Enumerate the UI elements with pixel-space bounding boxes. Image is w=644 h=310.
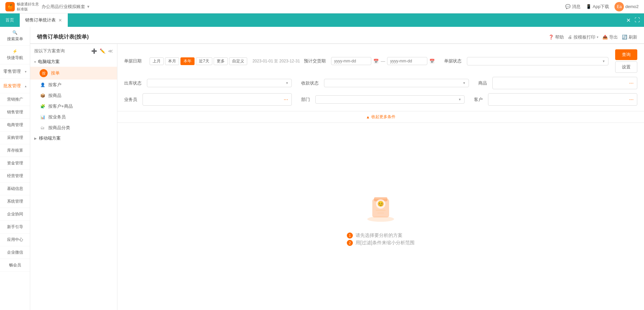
- scheme-按单[interactable]: 按 按单: [30, 67, 117, 80]
- salesman-more-icon[interactable]: ···: [284, 97, 288, 103]
- sidebar-item-fund-mgmt[interactable]: 资金管理: [0, 157, 30, 170]
- sidebar-item-sales-mgmt[interactable]: 销售管理: [0, 106, 30, 119]
- scheme-person-box-icon: 🧩: [40, 103, 46, 109]
- btn-7days[interactable]: 近7天: [196, 57, 212, 65]
- bill-status-select[interactable]: ▾: [467, 57, 608, 65]
- btn-this-month[interactable]: 本月: [165, 57, 179, 65]
- sidebar-membership-label: 畅会员: [9, 262, 21, 268]
- salesman-input[interactable]: [146, 95, 284, 104]
- btn-custom[interactable]: 自定义: [229, 57, 247, 65]
- sidebar-item-wechat-work[interactable]: 企业微信: [0, 246, 30, 259]
- scheme-按商品[interactable]: 📦 按商品: [30, 90, 117, 101]
- message-label: 消息: [572, 4, 581, 10]
- sidebar-ecom-label: 电商管理: [7, 122, 23, 128]
- date-range-display: 2023-01-01 至 2023-12-31: [253, 58, 300, 64]
- filter-row-1: 单据日期 上月 本月 本年 近7天 更多 自定义 2023-01-01 至 20…: [124, 49, 637, 73]
- expected-date-group: 📅 — 📅: [331, 57, 435, 65]
- date-separator: —: [381, 59, 385, 64]
- tab-close-icon[interactable]: ✕: [58, 18, 62, 23]
- user-area[interactable]: Ea demo2: [614, 2, 639, 11]
- expected-date-label: 预计交货期: [304, 58, 326, 64]
- export-button[interactable]: 📤 导出: [602, 34, 618, 40]
- app-download-action[interactable]: 📱 App下载: [586, 4, 609, 10]
- filter-area: 单据日期 上月 本月 本年 近7天 更多 自定义 2023-01-01 至 20…: [117, 44, 644, 111]
- sidebar-item-operation-mgmt[interactable]: 经营管理: [0, 170, 30, 183]
- mobile-group-title[interactable]: ▶ 移动端方案: [30, 133, 117, 143]
- empty-illustration: 😊: [361, 186, 401, 226]
- edit-scheme-icon[interactable]: ✏️: [100, 48, 105, 54]
- message-action[interactable]: 💬 消息: [565, 4, 581, 10]
- export-label: 导出: [609, 34, 618, 40]
- sidebar-item-ecom-mgmt[interactable]: 电商管理: [0, 119, 30, 132]
- left-panel-title: 按以下方案查询: [34, 48, 65, 54]
- tab-home-label: 首页: [5, 17, 14, 23]
- sidebar-item-enterprise-collab[interactable]: 企业协同: [0, 208, 30, 221]
- sidebar-sales-label: 销售管理: [7, 109, 23, 115]
- tab-fullscreen-icon[interactable]: ⛶: [635, 17, 640, 23]
- customer-more-icon[interactable]: ···: [629, 97, 634, 103]
- expected-date-to[interactable]: [387, 57, 427, 65]
- add-scheme-icon[interactable]: ➕: [91, 48, 97, 54]
- tab-home[interactable]: 首页: [0, 13, 20, 27]
- date-quick-btns: 上月 本月 本年 近7天 更多 自定义: [150, 57, 247, 65]
- sidebar-item-system-mgmt[interactable]: 系统管理: [0, 195, 30, 208]
- sidebar-item-purchase-mgmt[interactable]: 采购管理: [0, 132, 30, 144]
- scheme-grid-icon: 🗂: [40, 125, 46, 131]
- sidebar-item-inventory[interactable]: 库存核算: [0, 144, 30, 157]
- filter-row-3: 业务员 ··· 部门 ▾ 客户 ···: [124, 93, 637, 106]
- collapse-bar[interactable]: ▲ 收起更多条件: [117, 111, 644, 123]
- svg-rect-6: [377, 212, 384, 214]
- dept-select[interactable]: ▾: [315, 95, 465, 104]
- logo-icon: 🍊: [5, 2, 15, 11]
- desktop-group-title[interactable]: ▾ 电脑端方案: [30, 57, 117, 67]
- btn-this-year[interactable]: 本年: [180, 57, 195, 65]
- scheme-按客户商品[interactable]: 🧩 按客户+商品: [30, 101, 117, 112]
- left-panel-header: 按以下方案查询 ➕ ✏️ ≪: [30, 48, 117, 57]
- template-print-button[interactable]: 🖨 按模板打印 ▾: [568, 34, 598, 40]
- tab-close-window-icon[interactable]: ✕: [626, 17, 631, 23]
- page-header-area: 销售订单统计表(按单) ❓ 帮助 🖨 按模板打印 ▾ 📤 导出: [30, 27, 644, 44]
- search-menu-icon: 🔍: [12, 30, 17, 35]
- query-button[interactable]: 查询: [615, 49, 637, 60]
- btn-more[interactable]: 更多: [214, 57, 228, 65]
- collapse-panel-icon[interactable]: ≪: [108, 48, 113, 54]
- left-panel: 按以下方案查询 ➕ ✏️ ≪ ▾ 电脑端方案 按 按单: [30, 44, 117, 310]
- tab-sales-stats[interactable]: 销售订单统计表 ✕: [20, 13, 68, 27]
- sidebar-item-wholesale-mgmt[interactable]: 批发管理 ▴: [0, 79, 30, 93]
- wholesale-arrow-icon: ▴: [25, 84, 26, 88]
- filter-row-2: 出库状态 ▾ 收款状态 ▾ 商品 ···: [124, 77, 637, 89]
- scheme-按业务员[interactable]: 📊 按业务员: [30, 112, 117, 122]
- out-status-select[interactable]: ▾: [147, 79, 292, 87]
- receipt-status-label: 收款状态: [301, 80, 319, 86]
- sidebar-item-membership[interactable]: 畅会员: [0, 259, 30, 272]
- topbar-left: 🍊 畅捷通好生意 标准版 办公用品行业模拟账套 ▾: [5, 2, 90, 11]
- calendar-to-icon[interactable]: 📅: [429, 59, 435, 64]
- expected-date-from[interactable]: [331, 57, 371, 65]
- sidebar-item-marketing[interactable]: 营销推广: [0, 93, 30, 106]
- page-header: 销售订单统计表(按单) ❓ 帮助 🖨 按模板打印 ▾ 📤 导出: [30, 27, 644, 44]
- sidebar-item-basic-info[interactable]: 基础信息: [0, 183, 30, 195]
- sidebar-purchase-label: 采购管理: [7, 135, 23, 141]
- btn-last-month[interactable]: 上月: [150, 57, 164, 65]
- settings-button[interactable]: 设置: [615, 61, 637, 73]
- scheme-按商品-label: 按商品: [48, 93, 61, 99]
- sidebar-operation-label: 经营管理: [7, 173, 23, 179]
- scheme-按商品分类[interactable]: 🗂 按商品分类: [30, 122, 117, 133]
- refresh-button[interactable]: 🔄 刷新: [622, 34, 637, 40]
- sidebar-item-search-menu[interactable]: 🔍 搜索菜单: [0, 27, 30, 46]
- salesman-label: 业务员: [124, 97, 137, 103]
- goods-input[interactable]: [496, 79, 629, 87]
- sidebar-item-retail-mgmt[interactable]: 零售管理 ▾: [0, 64, 30, 79]
- receipt-status-select[interactable]: ▾: [324, 79, 469, 87]
- calendar-from-icon[interactable]: 📅: [373, 59, 379, 64]
- sidebar-item-app-center[interactable]: 应用中心: [0, 234, 30, 246]
- sidebar-item-quick-nav[interactable]: ⚡ 快捷导航: [0, 46, 30, 64]
- goods-more-icon[interactable]: ···: [629, 80, 634, 86]
- scheme-box-icon: 📦: [40, 93, 46, 99]
- help-button[interactable]: ❓ 帮助: [548, 34, 564, 40]
- sidebar-marketing-label: 营销推广: [7, 97, 23, 102]
- customer-input[interactable]: [492, 95, 629, 104]
- empty-state: 😊 1 请先选择要分析的方案 2 用[过滤]条件来缩小分析范围: [117, 123, 644, 310]
- scheme-按客户[interactable]: 👤 按客户: [30, 80, 117, 90]
- sidebar-item-newbie-guide[interactable]: 新手引导: [0, 221, 30, 234]
